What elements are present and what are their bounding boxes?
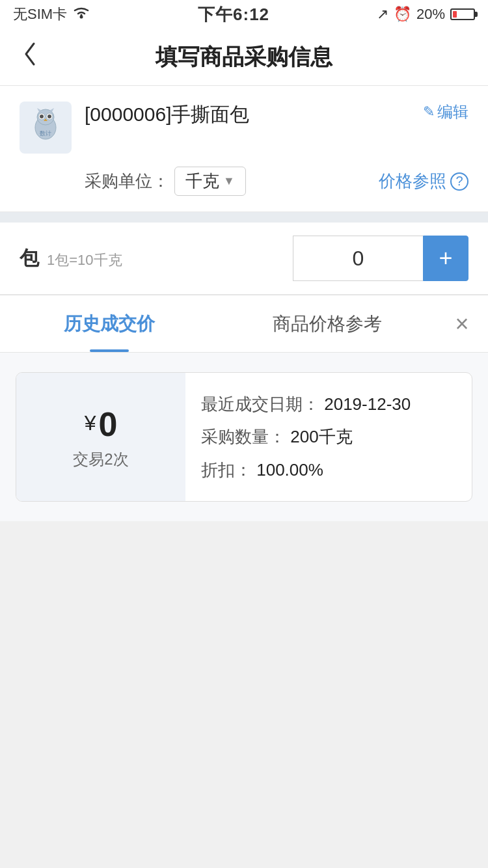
history-content: ¥ 0 交易2次 最近成交日期： 2019-12-30 采购数量： 200千克 …	[0, 353, 488, 521]
tab2-label: 商品价格参考	[273, 312, 382, 336]
status-bar: 无SIM卡 下午6:12 ↗ ⏰ 20%	[0, 0, 488, 29]
svg-point-6	[47, 115, 51, 118]
unit-value: 千克	[185, 170, 219, 193]
alarm-icon: ⏰	[394, 6, 411, 23]
recent-date-row: 最近成交日期： 2019-12-30	[201, 392, 456, 416]
svg-point-4	[40, 115, 44, 118]
nav-bar: 填写商品采购信息	[0, 29, 488, 86]
quantity-label: 包 1包=10千克	[20, 245, 122, 272]
help-icon: ?	[450, 172, 468, 191]
price-display: ¥ 0	[85, 405, 118, 444]
discount-row: 折扣： 100.00%	[201, 458, 456, 481]
product-owl-icon: 数计	[27, 107, 64, 149]
product-thumbnail: 数计	[20, 102, 72, 154]
carrier-text: 无SIM卡	[13, 5, 67, 24]
dropdown-arrow-icon: ▼	[223, 174, 235, 188]
edit-button[interactable]: ✎ 编辑	[423, 102, 468, 122]
price-value: 0	[98, 405, 117, 444]
trades-count: 交易2次	[73, 449, 128, 470]
svg-point-0	[80, 16, 83, 19]
qty-conversion: 1包=10千克	[47, 251, 122, 270]
product-section: 数计 [0000006]手撕面包 ✎ 编辑 采购单位： 千克 ▼ 价格参照	[0, 86, 488, 212]
tabs-header: 历史成交价 商品价格参考 ×	[0, 295, 488, 353]
quantity-section: 包 1包=10千克 0 +	[0, 223, 488, 295]
qty-detail-value: 200千克	[290, 427, 352, 446]
section-divider	[0, 212, 488, 223]
qty-row: 采购数量： 200千克	[201, 425, 456, 448]
unit-selector-wrap: 采购单位： 千克 ▼	[85, 167, 246, 196]
edit-icon: ✎	[423, 103, 435, 120]
quantity-input-wrap: 0 +	[293, 236, 468, 281]
edit-label: 编辑	[437, 102, 468, 122]
product-name: [0000006]手撕面包	[85, 102, 249, 128]
quantity-plus-button[interactable]: +	[423, 236, 468, 281]
tab-active-indicator	[90, 349, 129, 352]
battery-icon	[450, 8, 475, 20]
main-body	[0, 521, 488, 868]
qty-unit: 包	[20, 245, 39, 272]
recent-date-label: 最近成交日期：	[201, 394, 319, 414]
price-ref-label: 价格参照	[379, 170, 446, 193]
product-name-wrap: [0000006]手撕面包	[85, 102, 249, 131]
tab-price-reference[interactable]: 商品价格参考	[218, 295, 436, 352]
quantity-input[interactable]: 0	[293, 236, 423, 281]
battery-percent: 20%	[416, 6, 445, 23]
status-carrier: 无SIM卡	[13, 5, 90, 24]
status-right: ↗ ⏰ 20%	[377, 6, 475, 23]
tabs-section: 历史成交价 商品价格参考 × ¥ 0 交易2次 最近成交日期： 2019-12-…	[0, 295, 488, 521]
price-currency: ¥	[85, 411, 96, 435]
back-button[interactable]	[16, 34, 44, 79]
svg-text:数计: 数计	[40, 130, 51, 137]
card-price-section: ¥ 0 交易2次	[16, 373, 185, 501]
wifi-icon	[72, 6, 90, 23]
unit-label: 采购单位：	[85, 170, 169, 193]
status-time: 下午6:12	[198, 3, 269, 26]
product-info: 数计 [0000006]手撕面包	[20, 102, 423, 154]
gps-icon: ↗	[377, 6, 388, 23]
recent-date-value: 2019-12-30	[324, 394, 411, 414]
unit-select[interactable]: 千克 ▼	[174, 167, 246, 196]
tab-close-button[interactable]: ×	[436, 295, 488, 352]
product-header: 数计 [0000006]手撕面包 ✎ 编辑	[20, 102, 468, 154]
history-card: ¥ 0 交易2次 最近成交日期： 2019-12-30 采购数量： 200千克 …	[16, 372, 472, 502]
discount-value: 100.00%	[256, 460, 323, 480]
purchase-unit-row: 采购单位： 千克 ▼ 价格参照 ?	[85, 167, 468, 196]
discount-label: 折扣：	[201, 460, 252, 480]
tab-history-price[interactable]: 历史成交价	[0, 295, 218, 352]
tab1-label: 历史成交价	[64, 312, 155, 336]
qty-detail-label: 采购数量：	[201, 427, 286, 446]
card-detail-section: 最近成交日期： 2019-12-30 采购数量： 200千克 折扣： 100.0…	[185, 373, 472, 501]
page-title: 填写商品采购信息	[156, 42, 332, 72]
price-reference-button[interactable]: 价格参照 ?	[379, 170, 468, 193]
